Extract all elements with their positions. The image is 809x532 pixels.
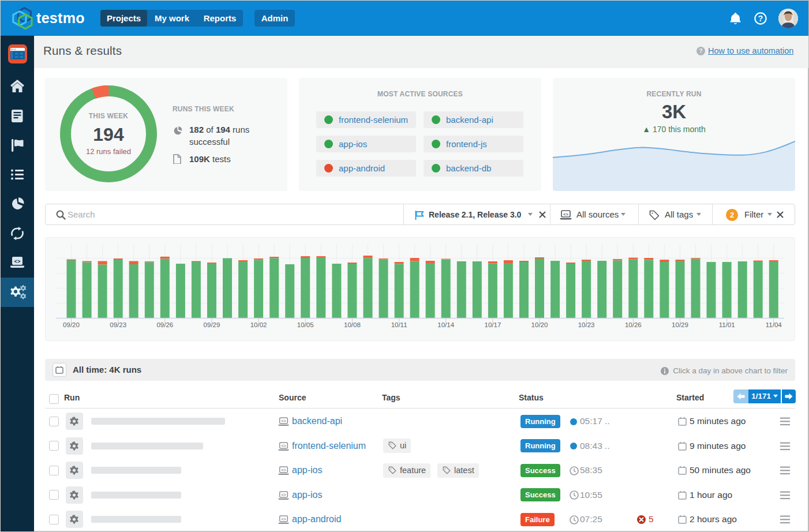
svg-text:<>: <>	[281, 517, 286, 521]
svg-text:<>: <>	[281, 492, 286, 496]
svg-text:<>: <>	[281, 468, 286, 472]
svg-text:<>: <>	[281, 443, 286, 447]
svg-text:10/26: 10/26	[625, 321, 642, 328]
svg-text:<>: <>	[281, 419, 286, 423]
svg-text:10/17: 10/17	[485, 321, 501, 328]
svg-text:11/04: 11/04	[766, 321, 782, 328]
svg-text:10/05: 10/05	[297, 321, 314, 328]
svg-text:09/20: 09/20	[63, 321, 80, 328]
svg-text:10/14: 10/14	[437, 321, 454, 328]
svg-text:09/23: 09/23	[110, 321, 126, 328]
svg-text:10/23: 10/23	[578, 321, 595, 328]
svg-text:<>: <>	[563, 212, 568, 217]
svg-text:10/11: 10/11	[391, 321, 407, 328]
svg-text:?: ?	[758, 14, 763, 23]
svg-text:11/01: 11/01	[719, 321, 735, 328]
svg-text:10/08: 10/08	[344, 321, 361, 328]
svg-text:?: ?	[699, 47, 702, 54]
svg-text:09/29: 09/29	[204, 321, 220, 328]
svg-text:09/26: 09/26	[156, 321, 173, 328]
svg-text:10/29: 10/29	[672, 321, 688, 328]
svg-text:10/20: 10/20	[531, 321, 548, 328]
svg-text:<>: <>	[14, 259, 21, 265]
svg-text:10/02: 10/02	[250, 321, 267, 328]
